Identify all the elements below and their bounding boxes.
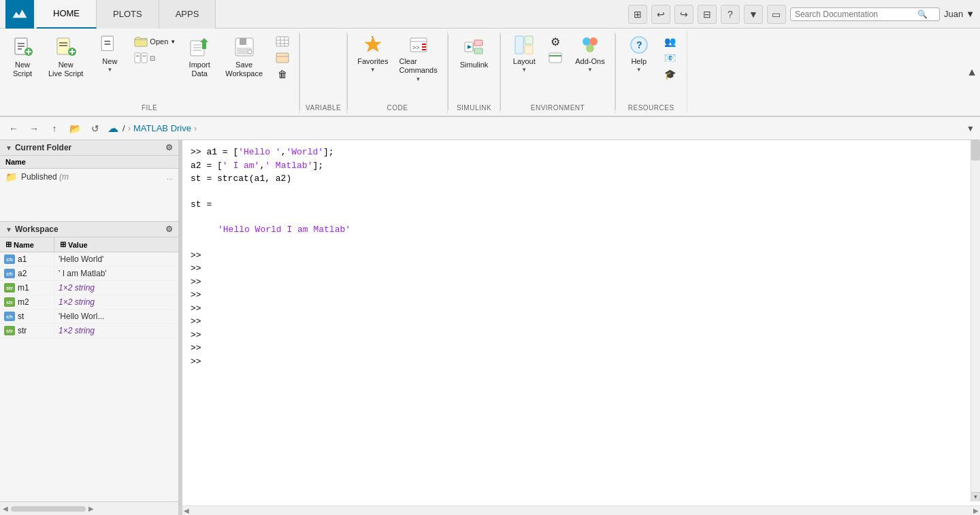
cmd-vertical-scrollbar[interactable]: ▼ bbox=[970, 140, 980, 501]
table-row[interactable]: str str 1×2 string bbox=[0, 324, 178, 338]
compare-button[interactable]: ⊡ bbox=[131, 50, 158, 65]
hscroll-right[interactable]: ▶ bbox=[972, 507, 980, 514]
main-layout: ▼ Current Folder ⚙ Name 📁 Published (m .… bbox=[0, 140, 980, 515]
new-button[interactable]: New ▼ bbox=[92, 31, 127, 76]
ribbon: NewScript NewLive Script bbox=[0, 29, 980, 117]
table-row[interactable]: ch a1 'Hello World' bbox=[0, 252, 178, 267]
minimize-btn[interactable]: ▭ bbox=[767, 5, 786, 24]
community-button[interactable]: 👥 bbox=[661, 34, 680, 49]
svg-point-59 bbox=[586, 44, 594, 52]
svg-rect-15 bbox=[102, 36, 114, 50]
request-icon: 📧 bbox=[664, 52, 677, 64]
svg-rect-19 bbox=[135, 53, 140, 63]
code-3: st = strcat(a1, a2) bbox=[191, 172, 291, 186]
ws-name-col: ⊞ Name bbox=[0, 237, 54, 252]
scroll-right-btn[interactable]: ▶ bbox=[88, 505, 94, 512]
clear-commands-button[interactable]: >> ClearCommands ▼ bbox=[395, 31, 441, 85]
table-row[interactable]: str m2 1×2 string bbox=[0, 295, 178, 310]
sidebar-horizontal-scrollbar[interactable] bbox=[11, 506, 86, 512]
user-badge[interactable]: Juan ▼ bbox=[944, 9, 975, 19]
back-button[interactable]: ← bbox=[5, 120, 22, 137]
code-2d: ' Matlab' bbox=[265, 159, 312, 173]
undo-btn[interactable]: ↩ bbox=[651, 5, 670, 24]
top-bar-right: ⊞ ↩ ↪ ⊟ ? ▼ ▭ 🔍 Juan ▼ bbox=[628, 5, 975, 24]
current-folder-arrow[interactable]: ▼ bbox=[5, 144, 12, 152]
import-data-button[interactable]: ImportData bbox=[182, 31, 216, 83]
cmd-line-2: a2 = [' I am', ' Matlab']; bbox=[191, 159, 972, 173]
cmd-horizontal-scrollbar[interactable]: ◀ ▶ bbox=[182, 505, 980, 515]
favorites-dropdown: ▼ bbox=[370, 67, 376, 73]
scroll-left-btn[interactable]: ◀ bbox=[3, 505, 8, 512]
path-dropdown-arrow[interactable]: ▼ bbox=[966, 124, 975, 133]
hscroll-left[interactable]: ◀ bbox=[182, 507, 191, 514]
var-type-icon-a1: ch bbox=[4, 254, 15, 264]
save-workspace-icon bbox=[233, 36, 255, 58]
layout-button[interactable]: Layout ▼ bbox=[506, 31, 542, 76]
cmd-prompt-9: >> bbox=[191, 355, 972, 369]
redo-btn[interactable]: ↪ bbox=[674, 5, 693, 24]
simulink-button[interactable]: Simulink bbox=[454, 31, 495, 73]
new-variable-icon bbox=[276, 35, 289, 48]
folder-actions-btn[interactable]: ... bbox=[167, 173, 173, 181]
clear-workspace-button[interactable]: 🗑 bbox=[273, 67, 292, 82]
command-window: >> a1 = ['Hello ', 'World']; a2 = [' I a… bbox=[182, 140, 980, 515]
variable-section-label: VARIABLE bbox=[306, 101, 341, 113]
clear-dropdown: ▼ bbox=[416, 76, 421, 82]
cmd-scrollbar-thumb[interactable] bbox=[971, 140, 980, 161]
refresh-button[interactable]: ↺ bbox=[87, 120, 103, 137]
list-item[interactable]: 📁 Published (m ... bbox=[0, 169, 178, 185]
ws-var-val-a1: 'Hello World' bbox=[54, 252, 178, 266]
table-row[interactable]: ch st 'Hello Worl... bbox=[0, 310, 178, 324]
browse-button[interactable]: 📂 bbox=[67, 120, 83, 137]
forward-button[interactable]: → bbox=[26, 120, 42, 137]
workspace-settings-icon[interactable]: ⚙ bbox=[165, 225, 173, 234]
current-folder-settings-icon[interactable]: ⚙ bbox=[165, 143, 173, 152]
search-documentation-input[interactable] bbox=[795, 10, 917, 19]
set-path-button[interactable] bbox=[546, 50, 567, 65]
nav-icon-1[interactable]: ⊞ bbox=[628, 5, 647, 24]
open-variable-button[interactable] bbox=[273, 50, 292, 65]
new-live-script-button[interactable]: NewLive Script bbox=[42, 31, 89, 83]
new-label: New bbox=[102, 57, 117, 65]
tab-home[interactable]: HOME bbox=[37, 0, 97, 29]
search-documentation-box[interactable]: 🔍 bbox=[790, 7, 940, 21]
path-end-arrow: › bbox=[194, 123, 197, 133]
svg-rect-52 bbox=[515, 36, 523, 54]
preferences-button[interactable]: ⚙ bbox=[546, 34, 567, 49]
ws-var-val-a2: ' I am Matlab' bbox=[54, 267, 178, 280]
cmd-prompt-8: >> bbox=[191, 342, 972, 355]
cmd-prompt-2: >> bbox=[191, 262, 972, 276]
matlab-drive-link[interactable]: MATLAB Drive bbox=[133, 123, 191, 133]
cmd-line-3: st = strcat(a1, a2) bbox=[191, 172, 972, 186]
ws-var-val-st: 'Hello Worl... bbox=[54, 310, 178, 323]
cmd-line-5: 'Hello World I am Matlab' bbox=[191, 223, 972, 237]
cmd-scrollbar-bottom[interactable]: ▼ bbox=[971, 492, 980, 501]
var-type-icon-str: str bbox=[4, 326, 15, 335]
new-variable-button[interactable] bbox=[273, 34, 292, 49]
help-icon-btn[interactable]: ? bbox=[721, 5, 740, 24]
sidebar-scrollbar-area: ◀ ▶ bbox=[0, 501, 178, 515]
table-row[interactable]: str m1 1×2 string bbox=[0, 281, 178, 295]
command-content[interactable]: >> a1 = ['Hello ', 'World']; a2 = [' I a… bbox=[182, 140, 980, 505]
help-button[interactable]: ? Help ▼ bbox=[621, 31, 657, 76]
settings-btn[interactable]: ▼ bbox=[744, 5, 763, 24]
tab-plots[interactable]: PLOTS bbox=[97, 0, 159, 29]
learn-matlab-button[interactable]: 🎓 bbox=[661, 67, 680, 82]
hscroll-track[interactable] bbox=[191, 508, 972, 514]
open-button[interactable]: Open ▼ bbox=[131, 34, 178, 49]
collapse-ribbon-btn[interactable]: ▲ bbox=[964, 31, 980, 113]
save-workspace-button[interactable]: SaveWorkspace bbox=[219, 31, 269, 83]
add-ons-button[interactable]: Add-Ons ▼ bbox=[571, 31, 608, 76]
community-icon: 👥 bbox=[664, 35, 677, 48]
up-folder-button[interactable]: ↑ bbox=[46, 120, 63, 137]
new-script-button[interactable]: NewScript bbox=[5, 31, 39, 83]
code-1c: , bbox=[281, 146, 287, 159]
favorites-button[interactable]: Favorites ▼ bbox=[353, 31, 392, 76]
table-row[interactable]: ch a2 ' I am Matlab' bbox=[0, 267, 178, 281]
workspace-panel: ▼ Workspace ⚙ ⊞ Name ⊞ Value ch a1 bbox=[0, 222, 178, 501]
workspace-arrow[interactable]: ▼ bbox=[5, 226, 12, 233]
import-data-icon bbox=[189, 36, 210, 58]
layout-btn[interactable]: ⊟ bbox=[698, 5, 717, 24]
tab-apps[interactable]: APPS bbox=[159, 0, 216, 29]
request-support-button[interactable]: 📧 bbox=[661, 50, 680, 65]
